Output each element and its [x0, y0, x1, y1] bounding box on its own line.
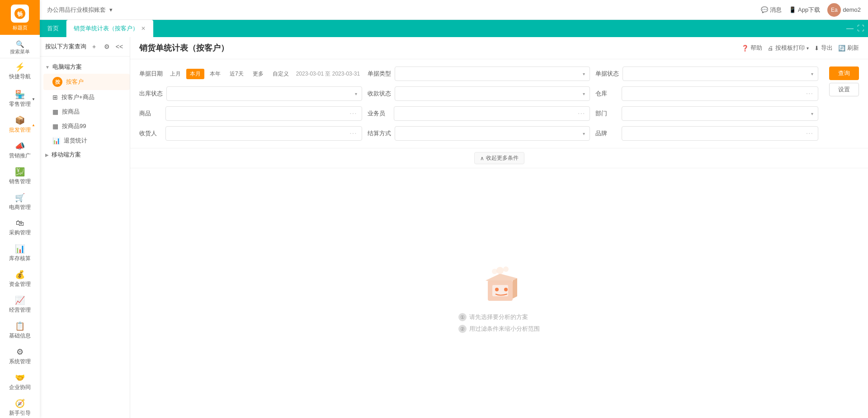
dept-select[interactable]: ▾ [622, 106, 818, 121]
filter-goods: 商品 ··· [139, 106, 362, 121]
search-menu-item[interactable]: 🔍 搜索菜单 [0, 35, 40, 58]
goods-select[interactable]: ··· [165, 106, 362, 121]
print-button[interactable]: 🖨 按模板打印 ▾ [768, 44, 809, 52]
payment-label: 结算方式 [368, 129, 391, 138]
sidebar-item-inventory[interactable]: 📊 库存核算 [0, 240, 40, 266]
sidebar-item-quick-nav[interactable]: ⚡ 快捷导航 [0, 58, 40, 84]
payment-select[interactable]: ▾ [395, 126, 590, 141]
empty-hint-2: ② 用过滤条件来缩小分析范围 [458, 325, 540, 333]
tree-mobile-parent[interactable]: ▶ 移动端方案 [40, 148, 130, 162]
scheme-collapse-button[interactable]: << [114, 42, 124, 52]
hint-num-1: ① [458, 313, 467, 321]
tab-bar-actions: — ⛶ [843, 24, 868, 33]
sidebar-item-purchase[interactable]: 🛍 采购管理 [0, 215, 40, 240]
sidebar-item-marketing[interactable]: 📣 营销推广 [0, 138, 40, 163]
tab-close-button[interactable]: ✕ [141, 25, 146, 32]
warehouse-select[interactable]: ··· [622, 86, 818, 101]
tree-child-by-goods99[interactable]: ▦ 按商品99 [43, 119, 130, 133]
filter-date: 单据日期 上月 本月 本年 近7天 更多 自定义 [139, 69, 362, 79]
mobile-toggle-icon: ▶ [45, 152, 49, 157]
date-tab-this-month[interactable]: 本月 [186, 69, 204, 79]
tree-child-return-stats[interactable]: 📊 退货统计 [43, 133, 130, 148]
refresh-button[interactable]: 🔄 刷新 [838, 44, 859, 52]
empty-hints: ① 请先选择要分析的方案 ② 用过滤条件来缩小分析范围 [458, 313, 540, 333]
doc-type-select[interactable]: ▾ [395, 66, 590, 81]
settings-button[interactable]: 设置 [829, 83, 859, 96]
breadcrumb: 办公用品行业模拟账套 [47, 6, 106, 14]
app-download-button[interactable]: 📱 App下载 [789, 6, 820, 14]
tree-child-by-customer[interactable]: 按 按客户 [43, 74, 130, 90]
doc-status-select[interactable]: ▾ [623, 66, 818, 81]
operations-icon: 📈 [15, 295, 25, 305]
dept-label: 部门 [595, 109, 618, 118]
scheme-add-button[interactable]: + [89, 42, 99, 52]
collapse-button[interactable]: ∧ 收起更多条件 [474, 152, 524, 164]
sidebar-item-system[interactable]: ⚙ 系统管理 [0, 343, 40, 369]
staff-label: 业务员 [368, 109, 390, 118]
sidebar-item-operations[interactable]: 📈 经营管理 [0, 292, 40, 318]
table2-icon: ▦ [52, 123, 58, 130]
sidebar-item-enterprise[interactable]: 🤝 企业协同 [0, 369, 40, 395]
filter-brand: 品牌 ··· [595, 126, 818, 141]
svg-point-7 [503, 266, 509, 272]
scheme-panel: 按以下方案查询 + ⚙ << ▼ 电脑端方案 按 按客户 [40, 37, 130, 418]
sidebar-item-wholesale[interactable]: 📦 批发管理 [0, 112, 40, 138]
empty-state: ① 请先选择要分析的方案 ② 用过滤条件来缩小分析范围 [130, 168, 868, 418]
tree-desktop-parent[interactable]: ▼ 电脑端方案 [40, 60, 130, 74]
tree-child-by-goods[interactable]: ▦ 按商品 [43, 104, 130, 119]
date-tabs: 上月 本月 本年 近7天 更多 自定义 [166, 69, 292, 79]
sales-icon: 💹 [15, 167, 25, 177]
logo-button[interactable]: 畅 标题页 [0, 0, 40, 35]
filter-doc-status: 单据状态 ▾ [595, 66, 818, 81]
help-button[interactable]: ❓ 帮助 [741, 44, 762, 52]
date-tab-custom[interactable]: 自定义 [269, 69, 292, 79]
doc-type-arrow: ▾ [583, 71, 585, 76]
page-container: 按以下方案查询 + ⚙ << ▼ 电脑端方案 按 按客户 [40, 37, 868, 418]
date-tab-more[interactable]: 更多 [249, 69, 267, 79]
sidebar-item-sales[interactable]: 💹 销售管理 [0, 163, 40, 189]
collect-status-select[interactable]: ▾ [395, 86, 590, 101]
sidebar-item-ecommerce[interactable]: 🛒 电商管理 [0, 189, 40, 215]
date-tab-this-year[interactable]: 本年 [206, 69, 224, 79]
filter-doc-type: 单据类型 ▾ [368, 66, 590, 81]
warehouse-label: 仓库 [595, 90, 618, 98]
doc-type-label: 单据类型 [368, 70, 391, 78]
filter-row-2: 出库状态 ▾ 收款状态 [139, 86, 818, 101]
empty-hint-1: ① 请先选择要分析的方案 [458, 313, 540, 321]
tab-sales-stats[interactable]: 销货单统计表（按客户） ✕ [66, 20, 153, 37]
date-tab-last-month[interactable]: 上月 [166, 69, 184, 79]
date-tab-7days[interactable]: 近7天 [226, 69, 247, 79]
page-title: 销货单统计表（按客户） [139, 43, 229, 59]
sidebar-item-guide[interactable]: 🧭 新手引导 [0, 395, 40, 418]
export-button[interactable]: ⬇ 导出 [814, 44, 833, 52]
download-icon: 📱 [789, 6, 796, 13]
brand-select[interactable]: ··· [622, 126, 818, 141]
wholesale-icon: 📦 [15, 115, 25, 125]
enterprise-icon: 🤝 [15, 373, 25, 383]
tab-minimize-button[interactable]: — [846, 24, 854, 33]
staff-select[interactable]: ··· [394, 106, 590, 121]
breadcrumb-dropdown[interactable]: ▾ [109, 6, 113, 13]
finance-icon: 💰 [15, 270, 25, 280]
scheme-settings-button[interactable]: ⚙ [102, 42, 112, 52]
sidebar-item-retail[interactable]: 🏪 零售管理 [0, 86, 40, 112]
message-button[interactable]: 💬 消息 [761, 6, 782, 14]
tree-child-by-customer-goods[interactable]: ⊞ 按客户+商品 [43, 90, 130, 104]
out-status-select[interactable]: ▾ [166, 86, 362, 101]
doc-status-arrow: ▾ [811, 71, 813, 76]
sidebar-item-finance[interactable]: 💰 资金管理 [0, 266, 40, 292]
scheme-tree: ▼ 电脑端方案 按 按客户 ⊞ 按客户+商品 ▦ [40, 57, 130, 418]
sidebar-item-basic[interactable]: 📋 基础信息 [0, 318, 40, 343]
receiver-select[interactable]: ··· [165, 126, 362, 141]
user-menu[interactable]: Ea demo2 [827, 3, 861, 17]
quick-nav-icon: ⚡ [15, 62, 25, 72]
filter-payment: 结算方式 ▾ [368, 126, 590, 141]
marketing-icon: 📣 [15, 141, 25, 151]
dept-arrow: ▾ [811, 111, 813, 116]
system-icon: ⚙ [16, 347, 24, 357]
page-title-bar: 销货单统计表（按客户） ❓ 帮助 🖨 按模板打印 ▾ ⬇ [130, 37, 868, 59]
tab-home[interactable]: 首页 [40, 20, 66, 37]
right-area: 销货单统计表（按客户） ❓ 帮助 🖨 按模板打印 ▾ ⬇ [130, 37, 868, 418]
tab-maximize-button[interactable]: ⛶ [857, 24, 864, 33]
query-button[interactable]: 查询 [829, 66, 859, 80]
